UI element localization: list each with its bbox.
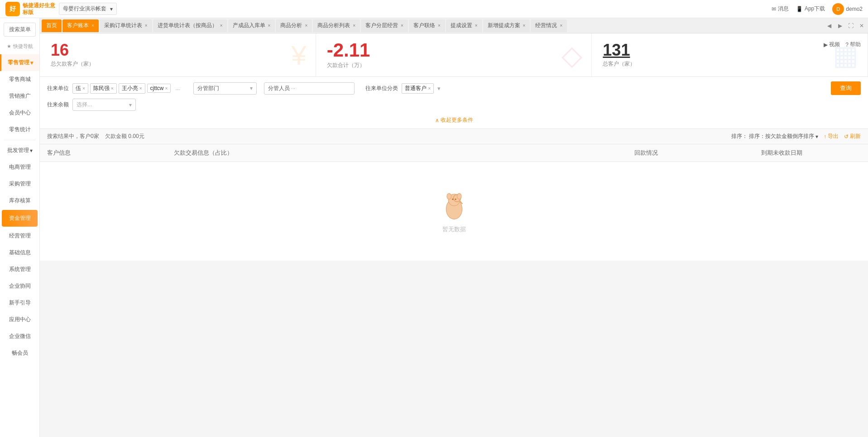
sidebar-nav: 零售管理 ▾ 零售商城 营销推广 会员中心 零售统计 批发管理 ▾ xyxy=(0,52,39,363)
tab-controls: ◀ ▶ ⛶ ✕ xyxy=(825,21,866,30)
query-btn[interactable]: 查询 xyxy=(831,81,861,95)
tab-stock-stats[interactable]: 进货单统计表（按商品） × xyxy=(153,19,227,32)
sidebar-divider xyxy=(4,140,36,140)
chevron-down-icon: ▾ xyxy=(437,85,441,92)
tab-product-analysis[interactable]: 商品分析 × xyxy=(276,19,312,32)
sidebar-item-basic-info[interactable]: 基础信息 xyxy=(0,244,39,261)
app-download-btn[interactable]: 📱 App下载 xyxy=(796,5,825,13)
sidebar-item-corp-wx[interactable]: 企业微信 xyxy=(0,328,39,345)
svg-point-4 xyxy=(452,199,453,200)
export-btn[interactable]: ↑ 导出 xyxy=(824,133,839,140)
filter-dept-select[interactable]: 分管部门 ▾ xyxy=(193,82,257,95)
tag-close-cjttcw[interactable]: × xyxy=(165,86,168,91)
refresh-btn[interactable]: ↺ 刷新 xyxy=(844,133,861,140)
tab-customer-contact[interactable]: 客户联络 × xyxy=(409,19,445,32)
sidebar-item-wholesale[interactable]: 批发管理 ▾ xyxy=(0,142,39,159)
tab-product-list[interactable]: 商品分析列表 × xyxy=(313,19,360,32)
tab-purchase-order[interactable]: 采购订单统计表 × xyxy=(100,19,152,32)
tag-close-wang[interactable]: × xyxy=(139,86,142,91)
tab-label: 采购订单统计表 xyxy=(104,22,142,29)
tab-new-promo[interactable]: 新增提成方案 × xyxy=(483,19,530,32)
filter-unit-more[interactable]: ... xyxy=(173,84,182,92)
search-illustration xyxy=(436,189,472,225)
quick-nav-btn[interactable]: ★ 快捷导航 xyxy=(0,40,39,52)
filter-category-label: 往来单位分类 xyxy=(365,85,398,92)
tab-maximize-btn[interactable]: ⛶ xyxy=(846,21,855,30)
sidebar-item-sys-mgmt[interactable]: 系统管理 xyxy=(0,261,39,278)
collapse-btn[interactable]: ∧ 收起更多条件 xyxy=(435,116,473,124)
tab-close-icon[interactable]: × xyxy=(145,23,148,28)
sidebar-item-finance[interactable]: 资金管理 xyxy=(2,210,38,227)
sidebar-item-app-center[interactable]: 应用中心 xyxy=(0,311,39,328)
sort-select[interactable]: 排序： 排序：按欠款金额倒序排序 ▾ xyxy=(731,133,818,140)
tag-close-wu[interactable]: × xyxy=(82,86,85,91)
tab-close-icon[interactable]: × xyxy=(438,23,441,28)
sidebar-item-corp-coop[interactable]: 企业协同 xyxy=(0,278,39,294)
chevron-down-icon: ··· xyxy=(291,85,295,91)
stat-number-debt-customers: 16 xyxy=(51,42,305,58)
tag-close-chen[interactable]: × xyxy=(111,86,114,91)
sidebar-item-purchase[interactable]: 采购管理 xyxy=(0,176,39,192)
tab-label: 客户账本 xyxy=(67,22,89,29)
user-area[interactable]: D demo2 xyxy=(832,3,863,15)
tag-close-normal-customer[interactable]: × xyxy=(428,86,431,91)
sidebar-item-ecommerce[interactable]: 电商管理 xyxy=(0,159,39,176)
sidebar-item-retail-shop[interactable]: 零售商城 xyxy=(0,71,39,88)
sidebar-item-label: 应用中心 xyxy=(9,316,31,323)
tab-close-icon[interactable]: × xyxy=(91,23,94,28)
tab-close-icon[interactable]: × xyxy=(268,23,271,28)
org-selector[interactable]: 母婴行业演示帐套 ▾ xyxy=(59,3,117,15)
tab-next-btn[interactable]: ▶ xyxy=(835,21,844,30)
tab-close-icon[interactable]: × xyxy=(220,23,223,28)
main-layout: 搜索菜单 ★ 快捷导航 零售管理 ▾ 零售商城 营销推广 会员中心 xyxy=(0,18,868,437)
tab-close-icon[interactable]: × xyxy=(475,23,478,28)
svg-point-6 xyxy=(447,194,451,200)
sidebar-item-retail[interactable]: 零售管理 ▾ xyxy=(0,54,39,71)
svg-point-7 xyxy=(457,194,461,200)
tab-close-all-btn[interactable]: ✕ xyxy=(857,21,866,30)
tab-close-icon[interactable]: × xyxy=(353,23,355,28)
filter-balance-select[interactable]: 选择... ▾ xyxy=(72,99,136,111)
stat-bg-icon2: ◇ xyxy=(561,39,582,71)
tab-customer-account[interactable]: 客户账本 × xyxy=(62,19,99,32)
message-btn[interactable]: ✉ 消息 xyxy=(772,5,789,13)
search-menu-btn[interactable]: 搜索菜单 xyxy=(4,23,36,37)
video-btn[interactable]: ▶ 视频 xyxy=(824,41,840,48)
sidebar-item-label: 零售统计 xyxy=(9,126,31,133)
sidebar-item-retail-stats[interactable]: 零售统计 xyxy=(0,121,39,138)
sidebar-item-ops[interactable]: 经营管理 xyxy=(0,228,39,244)
tab-customer-mgmt[interactable]: 客户分层经营 × xyxy=(361,19,408,32)
tab-biz-situation[interactable]: 经营情况 × xyxy=(531,19,567,32)
tab-label: 客户联络 xyxy=(413,22,435,29)
filter-area: 往来单位 伍 × 陈民强 × 王小亮 × xyxy=(40,77,868,129)
chevron-down-icon: ▾ xyxy=(129,102,132,108)
tab-home[interactable]: 首页 xyxy=(42,19,62,32)
filter-person-select[interactable]: 分管人员 ··· xyxy=(264,82,355,95)
sidebar-item-label: 库存核算 xyxy=(9,197,31,204)
tab-promo-settings[interactable]: 提成设置 × xyxy=(446,19,482,32)
tab-prev-btn[interactable]: ◀ xyxy=(825,21,834,30)
sidebar: 搜索菜单 ★ 快捷导航 零售管理 ▾ 零售商城 营销推广 会员中心 xyxy=(0,18,40,437)
sidebar-item-label: 资金管理 xyxy=(9,215,31,221)
sidebar-item-inventory[interactable]: 库存核算 xyxy=(0,192,39,209)
data-table: 客户信息 欠款交易信息（占比） 回款情况 到期未收款日期 xyxy=(40,144,868,261)
filter-row-1: 往来单位 伍 × 陈民强 × 王小亮 × xyxy=(47,81,861,95)
tab-label: 产成品入库单 xyxy=(233,22,265,29)
sidebar-item-member[interactable]: 会员中心 xyxy=(0,104,39,121)
play-icon: ▶ xyxy=(824,42,828,48)
sidebar-item-marketing[interactable]: 营销推广 xyxy=(0,88,39,104)
sidebar-item-vip-member[interactable]: 畅会员 xyxy=(0,345,39,361)
filter-tag-normal-customer: 普通客户 × xyxy=(402,83,434,94)
tab-close-icon[interactable]: × xyxy=(523,23,526,28)
tab-close-icon[interactable]: × xyxy=(401,23,403,28)
sidebar-item-new-guide[interactable]: 新手引导 xyxy=(0,294,39,311)
filter-unit-tags: 伍 × 陈民强 × 王小亮 × cjttcw × xyxy=(72,83,182,94)
help-btn[interactable]: ? 帮助 xyxy=(845,41,861,48)
tab-product-in[interactable]: 产成品入库单 × xyxy=(228,19,275,32)
result-bar: 搜索结果中，客户0家 欠款金额 0.00元 排序： 排序：按欠款金额倒序排序 ▾… xyxy=(40,129,868,144)
stat-card-debt-amount: ◇ -2.11 欠款合计（万） xyxy=(316,33,592,76)
filter-tag-wang: 王小亮 × xyxy=(119,83,145,94)
tab-close-icon[interactable]: × xyxy=(305,23,307,28)
tab-close-icon[interactable]: × xyxy=(560,23,562,28)
table-header: 客户信息 欠款交易信息（占比） 回款情况 到期未收款日期 xyxy=(40,144,868,162)
